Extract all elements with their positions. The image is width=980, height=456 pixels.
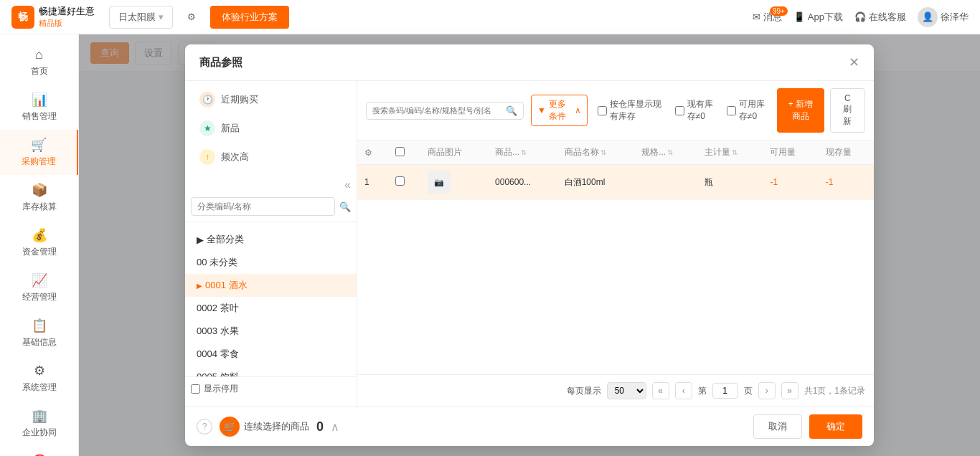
total-info: 共1页，1条记录: [804, 385, 865, 397]
customer-service-button[interactable]: 🎧 在线客服: [854, 11, 906, 24]
last-page-btn[interactable]: »: [781, 382, 798, 399]
sidebar-item-finance[interactable]: 💰 资金管理: [0, 220, 78, 265]
info-icon: 📋: [32, 318, 47, 333]
col-available: 可用量: [763, 141, 818, 165]
toolbar-action-btns: + 新增商品 C 刷新: [777, 88, 865, 133]
category-search-input[interactable]: [191, 197, 335, 216]
pagination-bar: 每页显示 50 20 100 « ‹ 第 页 ›: [357, 374, 874, 407]
cart-label: 连续选择的商品: [244, 420, 309, 433]
page-suffix: 页: [744, 385, 753, 397]
cell-code: 000600...: [488, 165, 557, 200]
user-profile[interactable]: 👤 徐泽华: [918, 7, 969, 27]
cell-unit: 瓶: [697, 165, 763, 200]
sidebar-item-inventory[interactable]: 📦 库存核算: [0, 175, 78, 220]
logo-text: 畅捷通好生意 精品版: [39, 5, 95, 29]
sidebar-item-purchase[interactable]: 🛒 采购管理: [0, 130, 78, 175]
sort-icon: ⇅: [732, 148, 738, 156]
sidebar-item-guide[interactable]: 🎯 新手引导: [0, 446, 78, 456]
col-unit[interactable]: 主计量⇅: [697, 141, 763, 165]
chevron-down-icon: ▾: [159, 11, 164, 22]
high-freq-btn[interactable]: ↑ 频次高: [191, 144, 351, 170]
stock-nonzero-check[interactable]: 现有库存≠0: [675, 98, 718, 123]
col-gear[interactable]: ⚙: [357, 141, 388, 165]
sidebar-item-basic-info[interactable]: 📋 基础信息: [0, 310, 78, 356]
cta-button[interactable]: 体验行业方案: [210, 6, 289, 29]
sales-icon: 📊: [32, 92, 47, 108]
product-reference-modal: 商品参照 ✕ 🕐 近期购买 ★ 新: [185, 44, 874, 446]
message-icon: ✉: [753, 11, 760, 22]
col-code[interactable]: 商品...⇅: [488, 141, 557, 165]
footer-action-btns: 取消 确定: [753, 414, 862, 439]
available-nonzero-check[interactable]: 可用库存≠0: [727, 98, 770, 123]
per-page-select[interactable]: 50 20 100: [607, 382, 646, 399]
filter-more-btn[interactable]: ▼ 更多条件 ∧: [531, 95, 588, 126]
cat-uncategorized[interactable]: 00 未分类: [185, 251, 357, 274]
warehouse-display-checkbox[interactable]: [598, 106, 607, 115]
topbar-right: ✉ 消息 99+ 📱 App下载 🎧 在线客服 👤 徐泽华: [753, 7, 969, 27]
messages-button[interactable]: ✉ 消息 99+: [753, 11, 782, 24]
col-spec[interactable]: 规格...⇅: [634, 141, 697, 165]
store-selector[interactable]: 日太阳膜 ▾: [109, 6, 173, 29]
refresh-button[interactable]: C 刷新: [830, 88, 865, 133]
show-disabled-label[interactable]: 显示停用: [191, 383, 238, 395]
sidebar-item-home[interactable]: ⌂ 首页: [0, 40, 78, 85]
right-toolbar: 🔍 ▼ 更多条件 ∧ 按仓库显示现有库存: [357, 81, 874, 141]
cart-icon: 🛒: [220, 417, 240, 437]
row-checkbox[interactable]: [395, 176, 405, 186]
cancel-button[interactable]: 取消: [753, 414, 802, 439]
sidebar-item-enterprise[interactable]: 🏢 企业协同: [0, 401, 78, 446]
add-product-button[interactable]: + 新增商品: [777, 88, 824, 133]
col-checkbox: [388, 141, 421, 165]
cat-fruit[interactable]: 0003 水果: [185, 320, 357, 343]
show-disabled-checkbox[interactable]: [191, 384, 200, 394]
cat-liquor[interactable]: ▶ 0001 酒水: [185, 274, 357, 297]
operations-icon: 📈: [32, 272, 47, 288]
logo: 畅 畅捷通好生意 精品版: [11, 5, 95, 29]
search-icon[interactable]: 🔍: [339, 201, 351, 212]
filter-checkboxes: 按仓库显示现有库存 现有库存≠0 可用库存≠0: [598, 98, 770, 123]
cat-beverage[interactable]: 0005 饮料: [185, 366, 357, 376]
collapse-cart-btn[interactable]: ∧: [331, 420, 339, 434]
category-list: ▶ 全部分类 00 未分类 ▶ 0001 酒水 0002 茶: [185, 222, 357, 376]
cell-index: 1: [357, 165, 388, 200]
select-all-checkbox[interactable]: [395, 147, 405, 156]
product-search-bar[interactable]: 🔍: [366, 102, 524, 120]
next-page-btn[interactable]: ›: [758, 382, 776, 399]
new-products-btn[interactable]: ★ 新品: [191, 115, 351, 141]
collapse-left-btn[interactable]: «: [344, 179, 351, 191]
confirm-button[interactable]: 确定: [809, 414, 862, 439]
topbar: 畅 畅捷通好生意 精品版 日太阳膜 ▾ ⚙ 体验行业方案 ✉ 消息 99+ 📱 …: [0, 0, 980, 34]
col-name[interactable]: 商品名称⇅: [557, 141, 635, 165]
cat-tea[interactable]: 0002 茶叶: [185, 297, 357, 320]
help-icon[interactable]: ?: [197, 419, 212, 434]
cat-all[interactable]: ▶ 全部分类: [185, 228, 357, 251]
stock-nonzero-checkbox[interactable]: [675, 106, 684, 115]
prev-page-btn[interactable]: ‹: [675, 382, 692, 399]
system-icon: ⚙: [34, 363, 45, 379]
sidebar-item-operations[interactable]: 📈 经营管理: [0, 265, 78, 310]
sidebar-item-label: 销售管理: [22, 110, 57, 123]
chevron-up-icon: ∧: [575, 105, 581, 115]
sidebar-item-system[interactable]: ⚙ 系统管理: [0, 356, 78, 401]
collapse-area: «: [185, 176, 357, 194]
app-download-button[interactable]: 📱 App下载: [793, 11, 843, 24]
col-stock: 现存量: [819, 141, 874, 165]
home-icon: ⌂: [35, 47, 43, 62]
category-search-row: 🔍: [185, 194, 357, 222]
sidebar-item-sales[interactable]: 📊 销售管理: [0, 85, 78, 130]
page-number-input[interactable]: [712, 383, 738, 399]
table-row[interactable]: 1 📷 000600... 白酒100ml 瓶: [357, 165, 874, 200]
cat-snack[interactable]: 0004 零食: [185, 343, 357, 366]
sort-icon: ⇅: [600, 148, 606, 156]
settings-icon[interactable]: ⚙: [180, 6, 203, 29]
cell-image: 📷: [420, 165, 488, 200]
product-search-input[interactable]: [372, 106, 503, 115]
sidebar-item-label: 库存核算: [22, 201, 57, 213]
first-page-btn[interactable]: «: [652, 382, 669, 399]
enterprise-icon: 🏢: [32, 408, 47, 424]
close-icon[interactable]: ✕: [849, 54, 859, 70]
warehouse-display-check[interactable]: 按仓库显示现有库存: [598, 98, 666, 123]
available-nonzero-checkbox[interactable]: [727, 106, 736, 115]
product-thumbnail: 📷: [428, 171, 451, 194]
recent-purchase-btn[interactable]: 🕐 近期购买: [191, 87, 351, 113]
